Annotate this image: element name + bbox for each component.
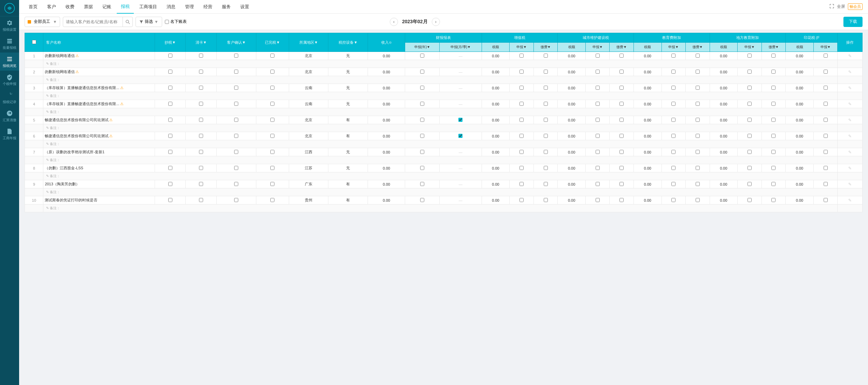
user-confirm-checkbox[interactable] <box>234 150 238 154</box>
user-confirm-checkbox[interactable] <box>234 134 238 138</box>
chengshi-declared-checkbox[interactable] <box>596 54 600 58</box>
chengshi-declared-checkbox[interactable] <box>596 198 600 202</box>
caibao-year-checkbox[interactable] <box>420 166 424 170</box>
declared-checkbox[interactable] <box>270 102 274 106</box>
chengshi-paid-checkbox[interactable] <box>620 86 624 90</box>
jiaoyu-declared-checkbox[interactable] <box>671 150 675 154</box>
edit-icon[interactable]: ✎ <box>848 182 852 187</box>
declared-checkbox[interactable] <box>270 134 274 138</box>
declared-checkbox[interactable] <box>270 150 274 154</box>
chengshi-declared-checkbox[interactable] <box>596 86 600 90</box>
edit-icon[interactable]: ✎ <box>848 102 852 106</box>
jiaoyu-paid-checkbox[interactable] <box>696 134 700 138</box>
declared-checkbox[interactable] <box>270 70 274 74</box>
jiaoyu-declared-checkbox[interactable] <box>671 54 675 58</box>
difang-paid-checkbox[interactable] <box>771 134 775 138</box>
declared-checkbox[interactable] <box>270 182 274 186</box>
difang-declared-checkbox[interactable] <box>748 166 752 170</box>
difang-paid-checkbox[interactable] <box>771 166 775 170</box>
clear-card-checkbox[interactable] <box>199 182 203 186</box>
edit-icon[interactable]: ✎ <box>848 150 852 155</box>
edit-icon[interactable]: ✎ <box>848 86 852 90</box>
tax-copy-checkbox[interactable] <box>168 198 172 202</box>
zengjia-declared-checkbox[interactable] <box>520 54 524 58</box>
clear-card-checkbox[interactable] <box>199 150 203 154</box>
declared-checkbox[interactable] <box>270 86 274 90</box>
jiaoyu-paid-checkbox[interactable] <box>696 198 700 202</box>
difang-declared-checkbox[interactable] <box>748 54 752 58</box>
declared-checkbox[interactable] <box>270 118 274 122</box>
tax-copy-checkbox[interactable] <box>168 182 172 186</box>
user-confirm-checkbox[interactable] <box>234 182 238 186</box>
nav-client[interactable]: 客户 <box>43 0 60 14</box>
name-account-checkbox-label[interactable]: 名下账表 <box>165 19 187 25</box>
zengjia-declared-checkbox[interactable] <box>520 118 524 122</box>
prev-month-button[interactable]: ‹ <box>390 18 398 26</box>
zengjia-paid-checkbox[interactable] <box>544 54 548 58</box>
edit-icon[interactable]: ✎ <box>848 118 852 123</box>
jiaoyu-declared-checkbox[interactable] <box>671 182 675 186</box>
zengjia-paid-checkbox[interactable] <box>544 150 548 154</box>
vip-label[interactable]: 畅会员 <box>848 3 863 10</box>
tax-copy-checkbox[interactable] <box>168 102 172 106</box>
user-confirm-checkbox[interactable] <box>234 102 238 106</box>
zengjia-paid-checkbox[interactable] <box>544 70 548 74</box>
jiaoyu-paid-checkbox[interactable] <box>696 182 700 186</box>
zengjia-paid-checkbox[interactable] <box>544 166 548 170</box>
difang-declared-checkbox[interactable] <box>748 198 752 202</box>
difang-declared-checkbox[interactable] <box>748 118 752 122</box>
jiaoyu-paid-checkbox[interactable] <box>696 166 700 170</box>
tax-copy-checkbox[interactable] <box>168 118 172 122</box>
yinhua-declared-checkbox[interactable] <box>824 118 828 122</box>
yinhua-declared-checkbox[interactable] <box>824 166 828 170</box>
chengshi-paid-checkbox[interactable] <box>620 182 624 186</box>
jiaoyu-paid-checkbox[interactable] <box>696 150 700 154</box>
chengshi-declared-checkbox[interactable] <box>596 102 600 106</box>
zengjia-declared-checkbox[interactable] <box>520 182 524 186</box>
clear-card-checkbox[interactable] <box>199 70 203 74</box>
tax-copy-checkbox[interactable] <box>168 166 172 170</box>
edit-icon[interactable]: ✎ <box>848 134 852 139</box>
user-confirm-checkbox[interactable] <box>234 166 238 170</box>
jiaoyu-paid-checkbox[interactable] <box>696 102 700 106</box>
jiaoyu-paid-checkbox[interactable] <box>696 86 700 90</box>
caibao-year-checkbox[interactable] <box>420 118 424 122</box>
nav-billing[interactable]: 收费 <box>61 0 79 14</box>
caibao-month-checkbox[interactable] <box>458 118 463 122</box>
caibao-year-checkbox[interactable] <box>420 134 424 138</box>
nav-bookkeeping[interactable]: 记账 <box>98 0 115 14</box>
yinhua-declared-checkbox[interactable] <box>824 198 828 202</box>
jiaoyu-paid-checkbox[interactable] <box>696 118 700 122</box>
chengshi-paid-checkbox[interactable] <box>620 102 624 106</box>
select-all-checkbox[interactable] <box>32 40 36 44</box>
clear-card-checkbox[interactable] <box>199 54 203 58</box>
chengshi-paid-checkbox[interactable] <box>620 198 624 202</box>
sidebar-item-annual-settlement[interactable]: 汇算清缴 <box>0 107 19 125</box>
staff-filter[interactable]: 全部员工 ▼ <box>25 17 60 27</box>
jiaoyu-declared-checkbox[interactable] <box>671 70 675 74</box>
sidebar-item-batch-tax[interactable]: 批量报税 <box>0 34 19 53</box>
edit-icon[interactable]: ✎ <box>848 70 852 74</box>
sidebar-item-tax-record[interactable]: 报税记录 <box>0 89 19 107</box>
chengshi-declared-checkbox[interactable] <box>596 134 600 138</box>
zengjia-declared-checkbox[interactable] <box>520 166 524 170</box>
declared-checkbox[interactable] <box>270 166 274 170</box>
jiaoyu-declared-checkbox[interactable] <box>671 86 675 90</box>
caibao-year-checkbox[interactable] <box>420 70 424 74</box>
nav-operation[interactable]: 经营 <box>199 0 216 14</box>
jiaoyu-declared-checkbox[interactable] <box>671 134 675 138</box>
user-confirm-checkbox[interactable] <box>234 70 238 74</box>
difang-paid-checkbox[interactable] <box>771 198 775 202</box>
caibao-year-checkbox[interactable] <box>420 150 424 154</box>
nav-service[interactable]: 服务 <box>218 0 235 14</box>
zengjia-declared-checkbox[interactable] <box>520 86 524 90</box>
edit-icon[interactable]: ✎ <box>848 54 852 58</box>
tax-copy-checkbox[interactable] <box>168 54 172 58</box>
sidebar-item-annual-report[interactable]: 工商年报 <box>0 125 19 143</box>
tax-copy-checkbox[interactable] <box>168 150 172 154</box>
jiaoyu-declared-checkbox[interactable] <box>671 166 675 170</box>
chengshi-paid-checkbox[interactable] <box>620 70 624 74</box>
clear-card-checkbox[interactable] <box>199 166 203 170</box>
caibao-month-checkbox[interactable] <box>458 134 463 138</box>
difang-paid-checkbox[interactable] <box>771 118 775 122</box>
